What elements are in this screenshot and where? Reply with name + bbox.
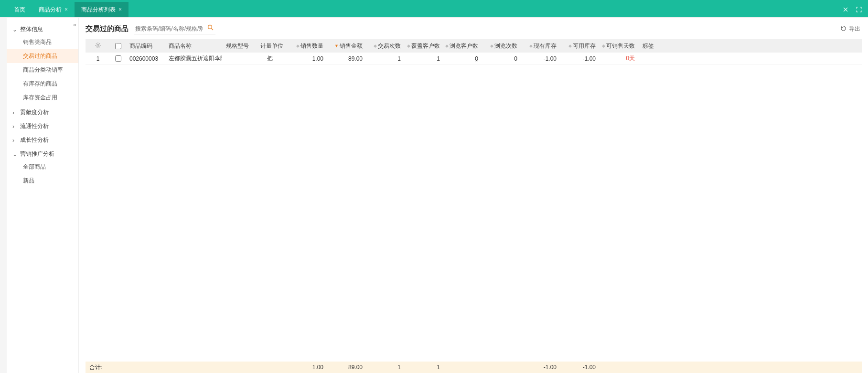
- table-footer-row: 合计: 1.00 89.00 1 1 -1.00 -1.00: [86, 362, 862, 373]
- sidebar-item-new-products[interactable]: 新品: [7, 174, 78, 188]
- sidebar-item-all-products[interactable]: 全部商品: [7, 160, 78, 174]
- gear-icon: [95, 42, 101, 50]
- sidebar-item-stock-capital[interactable]: 库存资金占用: [7, 91, 78, 105]
- sidebar-item-traded-products[interactable]: 交易过的商品: [7, 49, 78, 63]
- col-stock[interactable]: ◆现有库存: [521, 42, 560, 50]
- sidebar-group-growth[interactable]: › 成长性分析: [7, 132, 78, 146]
- cell-brcust[interactable]: 0: [444, 55, 482, 62]
- sidebar-item-category-rate[interactable]: 商品分类动销率: [7, 63, 78, 77]
- export-button[interactable]: 导出: [840, 25, 860, 33]
- sidebar-group-overview[interactable]: ⌄ 整体信息: [7, 21, 78, 35]
- footer-qty: 1.00: [283, 364, 327, 371]
- tab-home[interactable]: 首页: [7, 2, 32, 17]
- sort-icon: ◆: [445, 44, 449, 48]
- cell-days: 0天: [600, 54, 639, 63]
- checkbox-column: [110, 43, 126, 49]
- sort-desc-icon: ▼: [334, 44, 339, 48]
- fullscreen-icon[interactable]: [856, 6, 862, 13]
- close-all-icon[interactable]: [842, 6, 849, 13]
- cell-cust: 1: [405, 55, 444, 62]
- cell-txn: 1: [366, 55, 405, 62]
- chevron-down-icon: ⌄: [12, 26, 17, 33]
- tab-product-analysis-list[interactable]: 商品分析列表 ×: [75, 2, 129, 17]
- row-index: 1: [86, 55, 110, 62]
- search-input[interactable]: [134, 23, 215, 34]
- sort-icon: ◆: [602, 44, 605, 48]
- tab-product-analysis[interactable]: 商品分析 ×: [32, 2, 75, 17]
- col-code[interactable]: 商品编码: [126, 42, 165, 50]
- sidebar-group-marketing[interactable]: ⌄ 营销推广分析: [7, 146, 78, 160]
- svg-point-0: [208, 25, 212, 29]
- footer-stock: -1.00: [521, 364, 560, 371]
- chevron-right-icon: ›: [12, 109, 17, 116]
- col-brcnt[interactable]: ◆浏览次数: [482, 42, 521, 50]
- export-label: 导出: [849, 25, 860, 33]
- col-txn[interactable]: ◆交易次数: [366, 42, 405, 50]
- footer-amt: 89.00: [327, 364, 366, 371]
- settings-column[interactable]: [86, 42, 110, 50]
- col-cust[interactable]: ◆覆盖客户数: [405, 42, 444, 50]
- sort-icon: ◆: [490, 44, 493, 48]
- main-header: 交易过的商品 导出: [81, 18, 868, 39]
- sort-icon: ◆: [296, 44, 300, 48]
- col-qty[interactable]: ◆销售数量: [283, 42, 327, 50]
- sidebar: « ⌄ 整体信息 销售类商品 交易过的商品 商品分类动销率 有库存的商品 库存资…: [7, 18, 78, 373]
- col-amt[interactable]: ▼销售金额: [327, 42, 366, 50]
- main-panel: 交易过的商品 导出: [78, 18, 868, 373]
- footer-label: 合计:: [86, 363, 110, 372]
- sidebar-group-label: 整体信息: [20, 25, 43, 33]
- footer-avail: -1.00: [560, 364, 600, 371]
- col-days[interactable]: ◆可销售天数: [600, 42, 639, 50]
- sidebar-item-sales-products[interactable]: 销售类商品: [7, 35, 78, 49]
- cell-code: 002600003: [126, 55, 165, 62]
- col-name[interactable]: 商品名称: [165, 42, 222, 50]
- table-row[interactable]: 1 002600003 左都胶囊五折遮阳伞防晒伞; 把 1.00 89.00 1…: [86, 53, 862, 65]
- sort-icon: ◆: [374, 44, 377, 48]
- col-avail[interactable]: ◆可用库存: [560, 42, 600, 50]
- select-all-checkbox[interactable]: [115, 43, 121, 49]
- row-checkbox[interactable]: [115, 55, 121, 62]
- page-title: 交易过的商品: [86, 24, 129, 33]
- tab-label: 商品分析: [39, 6, 62, 14]
- chevron-right-icon: ›: [12, 123, 17, 130]
- close-icon[interactable]: ×: [64, 6, 68, 13]
- sidebar-group-liquidity[interactable]: › 流通性分析: [7, 118, 78, 132]
- row-checkbox-cell: [110, 55, 126, 62]
- svg-line-1: [212, 29, 214, 31]
- cell-stock: -1.00: [521, 55, 560, 62]
- sidebar-group-label: 贡献度分析: [20, 108, 49, 117]
- tab-bar: 首页 商品分析 × 商品分析列表 ×: [0, 2, 868, 17]
- col-brcust[interactable]: ◆浏览客户数: [444, 42, 482, 50]
- refresh-icon: [840, 25, 847, 33]
- sidebar-item-instock-products[interactable]: 有库存的商品: [7, 77, 78, 91]
- sort-icon: ◆: [568, 44, 572, 48]
- search-icon[interactable]: [207, 24, 214, 32]
- collapse-sidebar-icon[interactable]: «: [73, 21, 76, 28]
- chevron-down-icon: ⌄: [12, 151, 17, 158]
- left-gutter: [0, 18, 7, 373]
- sidebar-group-label: 成长性分析: [20, 136, 49, 144]
- table-body-spacer: [86, 65, 862, 362]
- col-tag[interactable]: 标签: [639, 42, 862, 50]
- sort-icon: ◆: [407, 44, 410, 48]
- cell-name: 左都胶囊五折遮阳伞防晒伞;: [165, 54, 222, 63]
- data-table: 商品编码 商品名称 规格型号 计量单位 ◆销售数量 ▼销售金额 ◆交易次数 ◆覆…: [81, 39, 868, 373]
- chevron-right-icon: ›: [12, 137, 17, 144]
- col-unit[interactable]: 计量单位: [257, 42, 283, 50]
- sidebar-group-label: 营销推广分析: [20, 150, 54, 158]
- tab-label: 商品分析列表: [81, 6, 116, 14]
- sidebar-group-label: 流通性分析: [20, 122, 49, 130]
- svg-point-2: [97, 44, 99, 46]
- footer-txn: 1: [366, 364, 405, 371]
- cell-qty: 1.00: [283, 55, 327, 62]
- close-icon[interactable]: ×: [118, 6, 122, 13]
- col-spec[interactable]: 规格型号: [222, 42, 257, 50]
- sidebar-group-contribution[interactable]: › 贡献度分析: [7, 105, 78, 118]
- cell-avail: -1.00: [560, 55, 600, 62]
- cell-amt: 89.00: [327, 55, 366, 62]
- cell-unit: 把: [257, 54, 283, 63]
- search-box: [134, 23, 215, 34]
- cell-brcnt: 0: [482, 55, 521, 62]
- tab-label: 首页: [14, 6, 25, 14]
- footer-cust: 1: [405, 364, 444, 371]
